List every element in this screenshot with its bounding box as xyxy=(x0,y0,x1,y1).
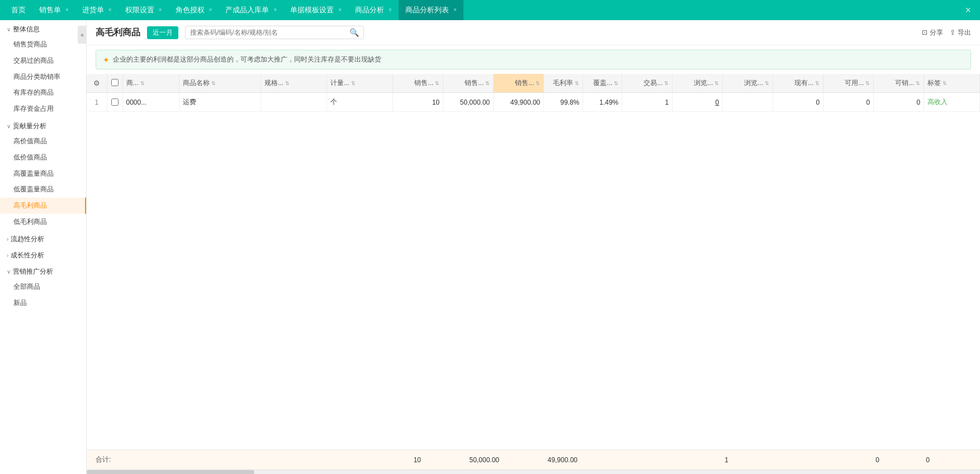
header-actions: ⊡ 分享 ⇪ 导出 xyxy=(922,28,971,37)
sidebar-item-sales-goods[interactable]: 销售货商品 xyxy=(0,36,86,53)
search-input[interactable] xyxy=(190,29,346,36)
sidebar-item-traded-goods[interactable]: 交易过的商品 xyxy=(0,53,86,69)
date-filter-button[interactable]: 近一月 xyxy=(147,26,178,39)
nav-item-template[interactable]: 单据模板设置 × xyxy=(283,0,348,20)
sort-icon-sales-cost: ⇅ xyxy=(536,81,540,86)
share-label: 分享 xyxy=(930,28,943,37)
sidebar-group-growth[interactable]: › 成长性分析 xyxy=(0,246,86,262)
export-button[interactable]: ⇪ 导出 xyxy=(950,28,971,37)
nav-close-sales[interactable]: × xyxy=(65,0,69,20)
sidebar-group-flow[interactable]: › 流趋性分析 xyxy=(0,230,86,246)
nav-close-role[interactable]: × xyxy=(209,0,212,20)
sidebar-item-category-rate[interactable]: 商品分类助销率 xyxy=(0,69,86,85)
th-margin-rate[interactable]: 毛利率 ⇅ xyxy=(544,74,583,93)
horizontal-scrollbar[interactable] xyxy=(87,470,980,474)
row-coverage: 1.49% xyxy=(583,93,622,112)
nav-item-purchase[interactable]: 进货单 × xyxy=(75,0,119,20)
arrow-down-icon-3: ∨ xyxy=(7,269,11,275)
nav-close-all[interactable]: × xyxy=(960,4,976,16)
sort-icon-saleable: ⇅ xyxy=(916,81,920,86)
share-button[interactable]: ⊡ 分享 xyxy=(922,28,943,37)
th-unit[interactable]: 计量... ⇅ xyxy=(327,74,393,93)
arrow-down-icon: ∨ xyxy=(7,26,11,32)
views1-link[interactable]: 0 xyxy=(716,98,719,106)
th-transaction[interactable]: 交易... ⇅ xyxy=(622,74,673,93)
th-current-stock[interactable]: 现有... ⇅ xyxy=(773,74,823,93)
th-tag[interactable]: 标签 ⇅ xyxy=(924,74,980,93)
nav-close-purchase[interactable]: × xyxy=(108,0,112,20)
info-banner-text: 企业的主要的利润都是这部分商品创造的，可考虑加大推广，同时关注库存是不要出现缺货 xyxy=(113,55,381,64)
th-code[interactable]: 商... ⇅ xyxy=(122,74,179,93)
nav-item-role[interactable]: 角色授权 × xyxy=(169,0,219,20)
select-all-checkbox[interactable] xyxy=(111,79,119,86)
nav-close-warehouse[interactable]: × xyxy=(273,0,277,20)
nav-close-analysis[interactable]: × xyxy=(389,0,392,20)
nav-close-template[interactable]: × xyxy=(338,0,342,20)
row-unit: 个 xyxy=(327,93,393,112)
row-sales-qty: 10 xyxy=(393,93,443,112)
nav-item-analysis[interactable]: 商品分析 × xyxy=(348,0,399,20)
sort-icon-name: ⇅ xyxy=(211,81,216,86)
sidebar-item-stock-goods[interactable]: 有库存的商品 xyxy=(0,85,86,101)
footer-empty7 xyxy=(631,456,681,464)
sidebar-item-new-goods[interactable]: 新品 xyxy=(0,295,86,311)
sidebar-item-stock-capital[interactable]: 库存资金占用 xyxy=(0,101,86,117)
sidebar-item-low-coverage[interactable]: 低覆盖量商品 xyxy=(0,181,86,198)
sort-icon-coverage: ⇅ xyxy=(614,81,618,86)
row-views1[interactable]: 0 xyxy=(673,93,723,112)
sidebar-group-contribution[interactable]: ∨ 贡献量分析 xyxy=(0,117,86,133)
sort-icon-views1: ⇅ xyxy=(714,81,719,86)
sidebar-item-high-coverage[interactable]: 高覆盖量商品 xyxy=(0,166,86,182)
nav-item-analysis-list[interactable]: 商品分析列表 × xyxy=(399,0,463,20)
tag-high-label: 高收入 xyxy=(927,98,948,106)
table-row: 1 0000... 运费 个 10 50,000.00 49,900.00 xyxy=(87,93,980,112)
nav-item-warehouse[interactable]: 产成品入库单 × xyxy=(219,0,283,20)
sidebar-group-overall[interactable]: ∨ 整体信息 xyxy=(0,20,86,36)
row-tag: 高收入 xyxy=(924,93,980,112)
footer-empty9 xyxy=(782,456,832,464)
gear-icon[interactable]: ⚙ xyxy=(93,79,100,87)
search-icon[interactable]: 🔍 xyxy=(349,28,359,37)
row-checkbox[interactable] xyxy=(111,98,119,106)
row-sales-amount: 50,000.00 xyxy=(443,93,494,112)
th-views2[interactable]: 浏览... ⇅ xyxy=(723,74,773,93)
sort-icon-transaction: ⇅ xyxy=(664,81,669,86)
info-icon: ✦ xyxy=(103,55,110,64)
sidebar-group-contribution-label: 贡献量分析 xyxy=(13,121,46,131)
footer-total: 合计: 10 50,000.00 49,900.00 1 0 0 xyxy=(87,449,980,470)
th-saleable-stock[interactable]: 可销... ⇅ xyxy=(874,74,924,93)
th-views1[interactable]: 浏览... ⇅ xyxy=(673,74,723,93)
footer-empty3 xyxy=(223,456,273,464)
sidebar-item-low-margin[interactable]: 低毛利商品 xyxy=(0,214,86,230)
sort-icon-code: ⇅ xyxy=(140,81,145,86)
sidebar-group-marketing[interactable]: ∨ 营销推广分析 xyxy=(0,262,86,279)
th-coverage[interactable]: 覆盖... ⇅ xyxy=(583,74,622,93)
sidebar-item-low-value[interactable]: 低价值商品 xyxy=(0,149,86,166)
row-views2 xyxy=(723,93,773,112)
row-num: 1 xyxy=(87,93,107,112)
th-spec[interactable]: 规格... ⇅ xyxy=(261,74,327,93)
th-sales-cost[interactable]: 销售... ⇅ xyxy=(494,74,544,93)
sort-icon-current: ⇅ xyxy=(815,81,820,86)
nav-item-sales[interactable]: 销售单 × xyxy=(32,0,75,20)
row-check[interactable] xyxy=(107,93,122,112)
nav-close-analysis-list[interactable]: × xyxy=(453,0,457,20)
row-sales-cost: 49,900.00 xyxy=(494,93,544,112)
nav-item-permission[interactable]: 权限设置 × xyxy=(119,0,169,20)
footer-available-stock: 0 xyxy=(883,456,933,464)
info-banner: ✦ 企业的主要的利润都是这部分商品创造的，可考虑加大推广，同时关注库存是不要出现… xyxy=(96,50,971,69)
nav-close-permission[interactable]: × xyxy=(159,0,162,20)
sort-icon-spec: ⇅ xyxy=(285,81,290,86)
th-sales-amount[interactable]: 销售... ⇅ xyxy=(443,74,494,93)
sidebar-item-all-goods[interactable]: 全部商品 xyxy=(0,279,86,295)
nav-item-home[interactable]: 首页 xyxy=(4,0,32,20)
share-icon: ⊡ xyxy=(922,29,927,36)
th-check[interactable] xyxy=(107,74,122,93)
th-available-stock[interactable]: 可用... ⇅ xyxy=(823,74,874,93)
scrollbar-thumb[interactable] xyxy=(87,470,254,474)
sidebar-item-high-margin[interactable]: 高毛利商品 xyxy=(0,198,86,214)
th-sales-qty[interactable]: 销售... ⇅ xyxy=(393,74,443,93)
sidebar-item-high-value[interactable]: 高价值商品 xyxy=(0,133,86,149)
sidebar-collapse-button[interactable]: « xyxy=(78,26,87,44)
th-name[interactable]: 商品名称 ⇅ xyxy=(179,74,261,93)
